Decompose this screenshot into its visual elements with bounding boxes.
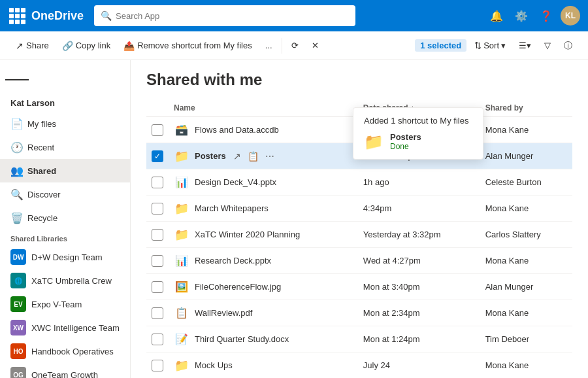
row-copy-button[interactable]: 📋 [246, 149, 261, 163]
grid-icon [9, 8, 25, 24]
sidebar-item-shared[interactable]: 👥 Shared [0, 159, 130, 182]
sidebar-item-og[interactable]: OG OneTeam Growth [0, 363, 130, 378]
row-name-cell[interactable]: 📁 Posters ↗ 📋 ⋯ [169, 143, 358, 169]
app-grid-button[interactable] [8, 7, 26, 25]
row-checkbox[interactable] [146, 169, 169, 196]
info-button[interactable]: ⓘ [559, 35, 578, 56]
th-shared-by: Shared by [480, 99, 572, 117]
row-checkbox[interactable] [146, 248, 169, 274]
file-type-icon: 📋 [174, 306, 189, 320]
file-type-icon: 📊 [174, 175, 189, 189]
table-row[interactable]: 📊 Research Deck.pptx Wed at 4:27pm Mona … [146, 248, 572, 274]
shared-libraries-label: Shared Libraries [0, 230, 130, 245]
row-name-cell[interactable]: 🗃️ Flows and Data.accdb [169, 117, 358, 143]
settings-button[interactable]: ⚙️ [511, 5, 532, 26]
selected-badge: 1 selected [415, 39, 466, 52]
share-button[interactable]: ↗ Share [10, 35, 54, 56]
refresh-button[interactable]: ⟳ [286, 35, 304, 56]
sidebar-item-xwc[interactable]: XW XWC Intelligence Team [0, 316, 130, 339]
th-checkbox [146, 99, 169, 117]
th-name[interactable]: Name [169, 99, 358, 117]
help-button[interactable]: ❓ [536, 5, 557, 26]
sidebar-item-label: Shared [27, 166, 56, 176]
lib-label-dw: D+W Design Team [31, 252, 103, 262]
table-row[interactable]: 📁 Mock Ups July 24 Mona Kane [146, 352, 572, 379]
file-name: March Whitepapers [195, 203, 269, 213]
sort-icon: ⇅ [474, 41, 482, 50]
checkbox-empty [152, 124, 163, 136]
row-shared-by: Celeste Burton [480, 169, 572, 196]
top-bar: OneDrive 🔍 🔔 ⚙️ ❓ KL [0, 0, 588, 31]
row-date: 4:34pm [358, 196, 480, 222]
file-name: XaTC Winter 2020 Planning [195, 230, 300, 239]
sidebar-item-my-files[interactable]: 📄 My files [0, 112, 130, 135]
lib-label-xatc: XaTC Umbrella Crew [31, 276, 112, 286]
hamburger-menu[interactable] [5, 68, 29, 92]
row-checkbox[interactable] [146, 300, 169, 326]
sidebar-item-label: Discover [27, 190, 61, 199]
row-name-cell[interactable]: 📁 March Whitepapers [169, 196, 358, 222]
sidebar-item-label: My files [27, 119, 56, 129]
my-files-icon: 📄 [10, 118, 22, 130]
remove-shortcut-button[interactable]: 📤 Remove shortcut from My files [118, 35, 257, 56]
sidebar-item-ev[interactable]: EV Expo V-Team [0, 292, 130, 316]
sidebar-item-recycle[interactable]: 🗑️ Recycle [0, 206, 130, 230]
notifications-button[interactable]: 🔔 [486, 5, 507, 26]
checkbox-empty [152, 307, 163, 319]
row-shared-by: Mona Kane [480, 196, 572, 222]
row-checkbox[interactable] [146, 222, 169, 248]
search-input[interactable] [116, 11, 349, 21]
chevron-down-icon: ▾ [501, 41, 506, 50]
table-row[interactable]: 📝 Third Quarter Study.docx Mon at 1:24pm… [146, 326, 572, 352]
row-date: Wed at 4:27pm [358, 248, 480, 274]
divider [282, 38, 282, 54]
group-by-button[interactable]: ☰▾ [514, 35, 536, 56]
file-name: Design Deck_V4.pptx [195, 177, 276, 187]
table-row[interactable]: 📁 March Whitepapers 4:34pm Mona Kane [146, 196, 572, 222]
checkbox-empty [152, 255, 163, 267]
row-shared-by: Mona Kane [480, 248, 572, 274]
sidebar-item-discover[interactable]: 🔍 Discover [0, 182, 130, 206]
table-row[interactable]: 📁 XaTC Winter 2020 Planning Yesterday at… [146, 222, 572, 248]
row-name-cell[interactable]: 📁 XaTC Winter 2020 Planning [169, 222, 358, 248]
row-checkbox[interactable] [146, 196, 169, 222]
lib-label-ev: Expo V-Team [31, 300, 82, 309]
row-date: July 24 [358, 352, 480, 379]
table-row[interactable]: 📊 Design Deck_V4.pptx 1h ago Celeste Bur… [146, 169, 572, 196]
avatar[interactable]: KL [561, 6, 580, 26]
row-name-cell[interactable]: 📊 Design Deck_V4.pptx [169, 169, 358, 196]
sort-button[interactable]: ⇅ Sort ▾ [469, 35, 511, 56]
row-more-button[interactable]: ⋯ [263, 149, 276, 163]
row-checkbox[interactable] [146, 352, 169, 379]
row-checkbox[interactable]: ✓ [146, 143, 169, 169]
sidebar-item-xatc[interactable]: 🌐 XaTC Umbrella Crew [0, 269, 130, 292]
toast-file-info: Posters Done [390, 132, 421, 151]
toast-file-name: Posters [390, 132, 421, 142]
row-checkbox[interactable] [146, 117, 169, 143]
row-name-cell[interactable]: 📝 Third Quarter Study.docx [169, 326, 358, 352]
shared-icon: 👥 [10, 165, 22, 177]
lib-label-ho: Handbook Operatives [31, 347, 114, 356]
sidebar-item-ho[interactable]: HO Handbook Operatives [0, 339, 130, 363]
row-checkbox[interactable] [146, 274, 169, 300]
search-bar[interactable]: 🔍 [94, 5, 355, 26]
close-selection-button[interactable]: ✕ [306, 35, 324, 56]
row-name-cell[interactable]: 📋 WallReview.pdf [169, 300, 358, 326]
filter-button[interactable]: ▽ [539, 35, 556, 56]
shortcut-icon: 📤 [123, 41, 135, 51]
toast-title: Added 1 shortcut to My files [364, 116, 472, 126]
row-name-cell[interactable]: 📁 Mock Ups [169, 352, 358, 379]
row-name-cell[interactable]: 📊 Research Deck.pptx [169, 248, 358, 274]
row-name-cell[interactable]: 🖼️ FileCoherenceFlow.jpg [169, 274, 358, 300]
table-row[interactable]: 🖼️ FileCoherenceFlow.jpg Mon at 3:40pm A… [146, 274, 572, 300]
row-shared-by: Carlos Slattery [480, 222, 572, 248]
content-area: Shared with me Added 1 shortcut to My fi… [131, 60, 588, 378]
sidebar-item-recent[interactable]: 🕐 Recent [0, 135, 130, 159]
sidebar-item-dw[interactable]: DW D+W Design Team [0, 245, 130, 269]
copy-link-button[interactable]: 🔗 Copy link [57, 35, 116, 56]
row-checkbox[interactable] [146, 326, 169, 352]
row-shared-by: Mona Kane [480, 352, 572, 379]
table-row[interactable]: 📋 WallReview.pdf Mon at 2:34pm Mona Kane [146, 300, 572, 326]
more-actions-button[interactable]: ... [260, 35, 278, 56]
row-share-button[interactable]: ↗ [231, 149, 243, 163]
